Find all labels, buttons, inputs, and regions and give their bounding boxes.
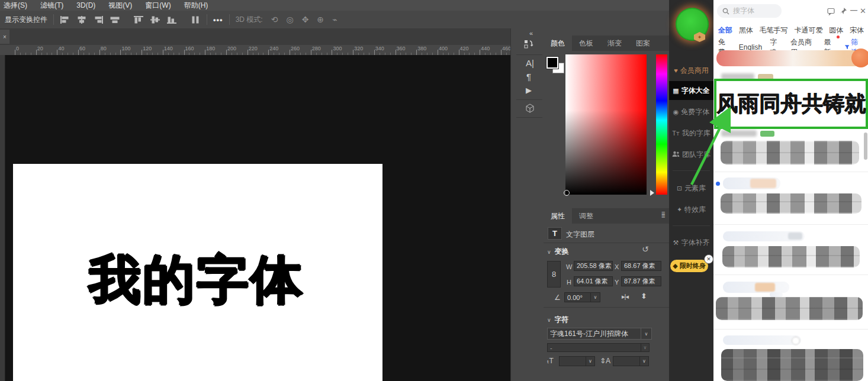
sidebar-item-team-fonts[interactable]: 团队字库 — [669, 146, 713, 163]
camera-3d-icon[interactable]: ⌁ — [332, 15, 337, 24]
font-name-censored[interactable] — [723, 231, 805, 241]
flip-horizontal-icon[interactable]: ▸|◂ — [622, 293, 628, 301]
plugin-scrollbar-thumb[interactable] — [864, 133, 867, 160]
align-left-icon[interactable] — [60, 15, 70, 24]
distribute-icon[interactable] — [190, 15, 201, 24]
category-heiti[interactable]: 黑体 — [739, 25, 753, 35]
menu-select[interactable]: 选择(S) — [4, 1, 27, 11]
document-tab-close[interactable]: × — [0, 30, 9, 44]
character-section-header[interactable]: ∨字符 — [547, 314, 569, 325]
angle-dropdown-button[interactable]: ∨ — [590, 292, 600, 302]
search-input[interactable]: 搜字体 — [717, 4, 782, 18]
tab-gradients[interactable]: 渐变 — [600, 35, 629, 51]
sidebar-item-member-commercial[interactable]: ♥ 会员商用 — [669, 62, 713, 79]
tab-color[interactable]: 颜色 — [544, 35, 572, 51]
color-picker-cursor[interactable] — [564, 190, 570, 196]
width-field[interactable]: 205.58 像素 — [574, 261, 613, 271]
history-panel-icon[interactable] — [523, 39, 534, 51]
tab-adjustments[interactable]: 调整 — [572, 208, 600, 224]
sidebar-item-my-fonts[interactable]: TT 我的字库 — [669, 124, 713, 142]
font-name-censored[interactable] — [721, 130, 757, 137]
saturation-brightness-field[interactable] — [565, 54, 647, 195]
divider — [516, 99, 542, 100]
properties-panel-menu-icon[interactable]: ≡≡ — [661, 212, 665, 218]
promo-banner[interactable] — [716, 50, 863, 66]
promo-close-icon[interactable]: ✕ — [704, 254, 713, 264]
align-top-icon[interactable] — [133, 15, 144, 24]
category-brush-handwriting[interactable]: 毛笔手写 — [760, 25, 788, 35]
height-field[interactable]: 64.01 像素 — [574, 276, 613, 286]
limited-lifetime-promo-badge[interactable]: ◆ 限时终身 — [670, 260, 708, 272]
transform-section-header[interactable]: ∨变换 — [547, 246, 569, 257]
divider — [516, 117, 542, 118]
sidebar-item-font-completion[interactable]: ⚒ 字体补齐 — [669, 234, 713, 251]
minimize-icon[interactable]: — — [850, 6, 857, 14]
font-preview-censored[interactable] — [721, 193, 861, 214]
category-round[interactable]: 圆体 — [829, 25, 843, 35]
show-transform-controls-label[interactable]: 显示变换控件 — [5, 15, 47, 25]
menu-3d[interactable]: 3D(D) — [76, 1, 95, 9]
align-right-icon[interactable] — [93, 15, 104, 24]
y-field[interactable]: 87.87 像素 — [621, 276, 661, 286]
category-songti[interactable]: 宋体 — [850, 25, 864, 35]
chevron-down-icon: ∨ — [547, 317, 551, 323]
collapse-panels-icon[interactable]: « — [529, 30, 532, 37]
x-field[interactable]: 68.67 像素 — [621, 261, 661, 271]
font-family-field[interactable]: 字魂161号-江户川招牌体 — [547, 328, 645, 340]
menu-window[interactable]: 窗口(W) — [145, 1, 171, 11]
pan-3d-icon[interactable]: ✥ — [302, 15, 309, 24]
sidebar-item-assets-library[interactable]: ⊡ 元素库 — [669, 179, 713, 197]
font-preview-censored[interactable] — [716, 297, 863, 320]
ruler-major-ticks — [15, 50, 510, 55]
font-preview-censored[interactable] — [721, 141, 859, 164]
new-dot-badge — [837, 35, 840, 38]
align-center-h-icon[interactable] — [76, 15, 87, 24]
align-center-v-icon[interactable] — [110, 15, 120, 24]
tab-properties[interactable]: 属性 — [544, 208, 572, 224]
reset-transform-icon[interactable]: ↺ — [642, 244, 649, 254]
team-icon — [672, 151, 680, 159]
sidebar-item-effects-library[interactable]: ✦ 特效库 — [669, 201, 713, 218]
category-all[interactable]: 全部 — [718, 25, 732, 35]
tab-patterns[interactable]: 图案 — [629, 35, 657, 51]
timeline-panel-icon[interactable]: ▶ — [526, 86, 532, 95]
highlighted-font-item[interactable]: 风雨同舟共铸就 — [714, 79, 868, 129]
align-bottom-icon[interactable] — [166, 15, 177, 24]
hue-slider[interactable] — [656, 54, 667, 195]
tab-swatches[interactable]: 色板 — [572, 35, 600, 51]
flip-vertical-icon[interactable]: ⬍ — [641, 292, 647, 301]
character-panel-icon[interactable]: A| — [526, 58, 534, 68]
font-preview-censored[interactable] — [722, 246, 860, 267]
align-middle-icon[interactable] — [150, 15, 160, 24]
sidebar-item-all-fonts[interactable]: ▦ 字体大全 — [669, 81, 713, 100]
font-style-dropdown-button[interactable]: ∨ — [641, 343, 650, 352]
font-family-dropdown-button[interactable]: ∨ — [641, 328, 652, 340]
feedback-icon[interactable] — [827, 8, 835, 17]
font-name-censored[interactable] — [723, 335, 801, 345]
foreground-color-swatch[interactable] — [546, 57, 558, 69]
link-dimensions-icon[interactable]: 8 — [547, 261, 561, 288]
font-style-field[interactable]: - — [547, 343, 645, 352]
vertical-ruler-strip — [0, 55, 5, 381]
line-height-dropdown-button[interactable]: ∨ — [639, 356, 649, 366]
menu-view[interactable]: 视图(V) — [108, 1, 132, 11]
more-options-button[interactable]: ••• — [213, 15, 223, 24]
sidebar-item-free-fonts[interactable]: ◉ 免费字体 — [669, 103, 713, 121]
funnel-icon — [844, 44, 850, 50]
font-name-censored[interactable] — [723, 282, 789, 293]
menu-help[interactable]: 帮助(H) — [184, 1, 208, 11]
orbit-3d-icon[interactable]: ⟲ — [271, 15, 278, 24]
name-tab-decoration — [770, 292, 783, 297]
roll-3d-icon[interactable]: ◎ — [286, 15, 293, 24]
slide-3d-icon[interactable]: ⊕ — [317, 15, 324, 24]
font-size-dropdown-button[interactable]: ∨ — [586, 356, 595, 366]
pin-icon[interactable] — [840, 7, 847, 17]
category-cartoon-cute[interactable]: 卡通可爱 — [794, 25, 822, 35]
menu-filter[interactable]: 滤镜(T) — [40, 1, 63, 11]
font-name-censored[interactable] — [723, 177, 780, 189]
close-icon[interactable]: ✕ — [860, 7, 866, 15]
hue-slider-marker[interactable] — [650, 190, 654, 196]
font-preview-censored[interactable] — [721, 349, 863, 381]
3d-panel-icon[interactable] — [525, 103, 535, 115]
paragraph-panel-icon[interactable]: ¶ — [526, 72, 531, 82]
